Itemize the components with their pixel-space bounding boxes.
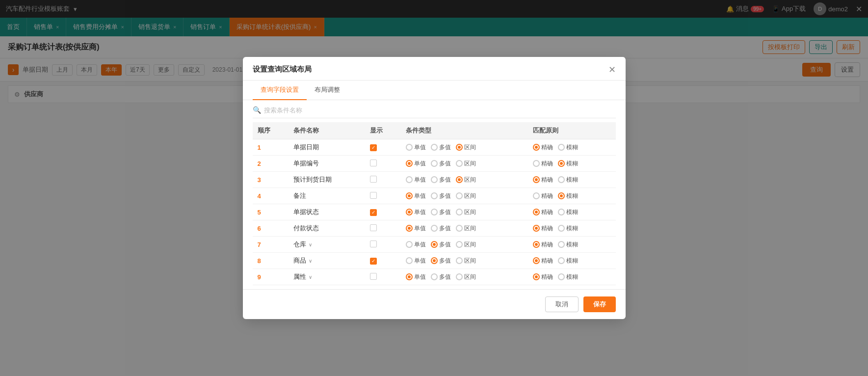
save-button[interactable]: 保存 xyxy=(583,296,616,312)
radio-circle xyxy=(456,160,463,167)
row-rule: 精确模糊 xyxy=(528,269,615,285)
type-radio-item[interactable]: 单值 xyxy=(406,241,426,249)
type-radio-item[interactable]: 单值 xyxy=(406,160,426,168)
row-type: 单值多值区间 xyxy=(401,253,528,269)
type-radio-item[interactable]: 多值 xyxy=(431,241,451,249)
dialog-close-button[interactable]: ✕ xyxy=(608,65,616,74)
settings-dialog: 设置查询区域布局 ✕ 查询字段设置 布局调整 🔍 顺序 条件名称 xyxy=(243,57,626,319)
row-order: 1 xyxy=(253,139,289,156)
display-checkbox[interactable] xyxy=(370,192,377,199)
rule-radio-item[interactable]: 模糊 xyxy=(558,224,578,233)
type-radio-item[interactable]: 多值 xyxy=(431,160,451,168)
type-radio-item[interactable]: 单值 xyxy=(406,273,426,281)
row-display[interactable]: ✓ xyxy=(365,139,401,156)
radio-circle xyxy=(558,209,565,215)
display-checkbox[interactable] xyxy=(370,160,377,166)
rule-radio-item[interactable]: 模糊 xyxy=(558,160,578,168)
type-radio-item[interactable]: 单值 xyxy=(406,208,426,216)
type-radio-item[interactable]: 区间 xyxy=(456,160,476,168)
rule-radio-item[interactable]: 模糊 xyxy=(558,176,578,184)
type-radio-item[interactable]: 多值 xyxy=(431,208,451,216)
type-radio-item[interactable]: 区间 xyxy=(456,143,476,152)
row-display[interactable] xyxy=(365,172,401,188)
rule-radio-item[interactable]: 模糊 xyxy=(558,257,578,265)
rule-radio-item[interactable]: 模糊 xyxy=(558,208,578,216)
row-name: 单据状态 xyxy=(289,204,365,220)
type-radio-item[interactable]: 区间 xyxy=(456,257,476,265)
row-display[interactable] xyxy=(365,220,401,237)
rule-radio-item[interactable]: 精确 xyxy=(533,143,553,152)
row-display[interactable]: ✓ xyxy=(365,204,401,220)
row-display[interactable] xyxy=(365,269,401,285)
search-input[interactable] xyxy=(264,107,362,114)
radio-label: 单值 xyxy=(414,192,426,200)
type-radio-item[interactable]: 多值 xyxy=(431,143,451,152)
rule-radio-item[interactable]: 模糊 xyxy=(558,143,578,152)
name-dropdown-arrow[interactable]: ∨ xyxy=(309,258,312,264)
rule-radio-item[interactable]: 精确 xyxy=(533,224,553,233)
rule-radio-group: 精确模糊 xyxy=(533,224,610,233)
display-checkbox[interactable] xyxy=(370,176,377,183)
type-radio-item[interactable]: 多值 xyxy=(431,257,451,265)
type-radio-item[interactable]: 多值 xyxy=(431,176,451,184)
display-checkbox[interactable]: ✓ xyxy=(370,144,377,151)
radio-circle xyxy=(431,192,438,199)
display-checkbox[interactable] xyxy=(370,224,377,231)
radio-label: 单值 xyxy=(414,224,426,233)
row-display[interactable] xyxy=(365,285,401,290)
radio-label: 模糊 xyxy=(566,143,578,152)
radio-label: 精确 xyxy=(541,224,553,233)
row-rule: 精确模糊 xyxy=(528,237,615,253)
rule-radio-item[interactable]: 精确 xyxy=(533,192,553,200)
row-display[interactable] xyxy=(365,237,401,253)
type-radio-item[interactable]: 区间 xyxy=(456,273,476,281)
rule-radio-group: 精确模糊 xyxy=(533,192,610,200)
rule-radio-group: 精确模糊 xyxy=(533,160,610,168)
type-radio-item[interactable]: 单值 xyxy=(406,192,426,200)
name-dropdown-arrow[interactable]: ∨ xyxy=(309,242,312,247)
name-dropdown-arrow[interactable]: ∨ xyxy=(309,274,312,280)
row-display[interactable]: ✓ xyxy=(365,253,401,269)
type-radio-item[interactable]: 区间 xyxy=(456,208,476,216)
row-display[interactable] xyxy=(365,156,401,172)
row-order: 10 xyxy=(253,285,289,290)
tab-layout-adjust[interactable]: 布局调整 xyxy=(307,81,348,100)
rule-radio-item[interactable]: 精确 xyxy=(533,241,553,249)
radio-label: 模糊 xyxy=(566,257,578,265)
type-radio-item[interactable]: 多值 xyxy=(431,273,451,281)
cancel-button[interactable]: 取消 xyxy=(545,296,579,312)
row-rule: 精确模糊 xyxy=(528,172,615,188)
type-radio-item[interactable]: 多值 xyxy=(431,224,451,233)
display-checkbox[interactable] xyxy=(370,273,377,280)
rule-radio-item[interactable]: 精确 xyxy=(533,160,553,168)
type-radio-item[interactable]: 单值 xyxy=(406,176,426,184)
rule-radio-item[interactable]: 模糊 xyxy=(558,273,578,281)
row-display[interactable] xyxy=(365,188,401,204)
radio-label: 模糊 xyxy=(566,241,578,249)
rule-radio-item[interactable]: 模糊 xyxy=(558,192,578,200)
type-radio-item[interactable]: 单值 xyxy=(406,224,426,233)
rule-radio-item[interactable]: 精确 xyxy=(533,176,553,184)
display-checkbox[interactable]: ✓ xyxy=(370,258,377,265)
display-checkbox[interactable]: ✓ xyxy=(370,209,377,216)
type-radio-item[interactable]: 区间 xyxy=(456,176,476,184)
type-radio-item[interactable]: 区间 xyxy=(456,241,476,249)
type-radio-item[interactable]: 单值 xyxy=(406,257,426,265)
rule-radio-item[interactable]: 精确 xyxy=(533,273,553,281)
radio-label: 多值 xyxy=(439,143,451,152)
radio-circle xyxy=(533,176,540,183)
radio-circle xyxy=(431,209,438,215)
rule-radio-item[interactable]: 精确 xyxy=(533,257,553,265)
type-radio-item[interactable]: 多值 xyxy=(431,192,451,200)
modal-overlay: 设置查询区域布局 ✕ 查询字段设置 布局调整 🔍 顺序 条件名称 xyxy=(0,0,868,376)
row-name: 有无商品图片 xyxy=(289,285,365,290)
display-checkbox[interactable] xyxy=(370,241,377,247)
type-radio-item[interactable]: 区间 xyxy=(456,224,476,233)
type-radio-item[interactable]: 单值 xyxy=(406,143,426,152)
tab-query-fields[interactable]: 查询字段设置 xyxy=(253,81,307,100)
type-radio-item[interactable]: 区间 xyxy=(456,192,476,200)
rule-radio-item[interactable]: 模糊 xyxy=(558,241,578,249)
type-radio-group: 单值多值区间 xyxy=(406,257,523,265)
radio-circle xyxy=(431,257,438,264)
rule-radio-item[interactable]: 精确 xyxy=(533,208,553,216)
